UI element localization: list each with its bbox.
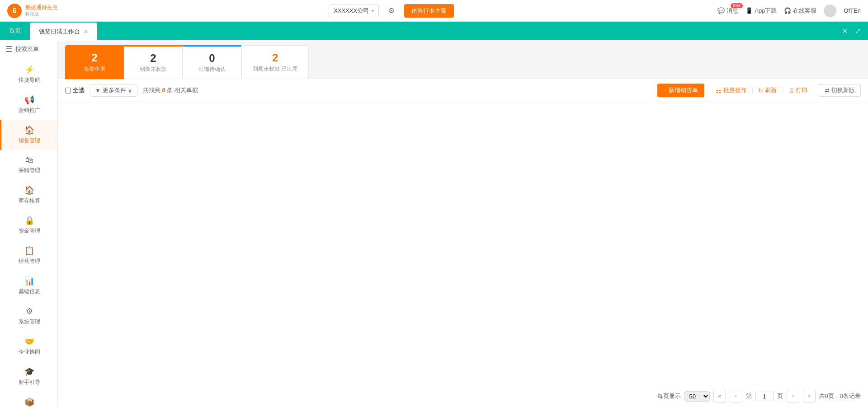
print-btn[interactable]: 🖨 打印	[788, 86, 807, 94]
toolbar: 全选 ▼ 更多条件 ∨ 共找到 0 条 相关单据 + 新增销货单 ⚏ 批量操作	[58, 79, 868, 102]
company-name: XXXXXX公司	[334, 7, 369, 15]
filter-icon: ▼	[95, 87, 101, 94]
refresh-icon: ↻	[758, 87, 763, 94]
tab-close-icon[interactable]: ✕	[84, 28, 88, 35]
sidebar-item-basic-info[interactable]: 📊 基础信息	[0, 271, 57, 301]
logo-area: 6 畅捷通好生意 标准版	[7, 4, 65, 18]
last-page-btn[interactable]: »	[803, 390, 816, 402]
app-center-icon: 📦	[24, 397, 34, 407]
experience-btn[interactable]: 体验行业方案	[404, 4, 454, 18]
sidebar-item-marketing[interactable]: 📢 营销推广	[0, 89, 57, 120]
sidebar-item-sales[interactable]: 🏠 销售管理	[0, 120, 57, 150]
select-all-checkbox[interactable]	[65, 88, 71, 94]
main-layout: ☰ 搜索菜单 ⚡ 快捷导航 📢 营销推广 🏠 销售管理 🛍 采购管理 🏠 库存核…	[0, 40, 868, 407]
page-input[interactable]	[755, 392, 774, 401]
divider-2	[752, 87, 753, 94]
tab-qianhuo-label: 钱货日清工作台	[39, 28, 80, 36]
sidebar-item-purchase-label: 采购管理	[19, 167, 40, 174]
search-menu-icon: ☰	[5, 44, 13, 54]
first-page-btn[interactable]: «	[713, 390, 726, 402]
found-prefix: 共找到	[143, 87, 160, 94]
page-label: 第	[746, 392, 752, 400]
sidebar-item-finance[interactable]: 🔒 资金管理	[0, 210, 57, 240]
sidebar-item-app-center[interactable]: 📦 应用中心	[0, 392, 57, 407]
tab-home-label: 首页	[9, 27, 21, 35]
stat-tab-unshipped[interactable]: 2 到期未收款 已出库	[241, 45, 309, 79]
tab-minimize-btn[interactable]: ✕	[840, 25, 849, 37]
quick-nav-icon: ⚡	[24, 65, 34, 75]
related-label: 相关单据	[175, 87, 198, 94]
sidebar-item-guide[interactable]: 🎓 新手引导	[0, 361, 57, 392]
per-page-label: 每页显示	[657, 392, 681, 400]
stat-num-overdue: 2	[150, 52, 156, 65]
sidebar-item-inventory[interactable]: 🏠 库存核算	[0, 180, 57, 210]
app-download-btn[interactable]: 📱 App下载	[745, 7, 777, 15]
page-suffix: 页	[777, 392, 783, 400]
sidebar-item-system-label: 系统管理	[19, 318, 40, 326]
chevron-down-icon: ▾	[372, 8, 374, 13]
select-all-label: 全选	[73, 86, 85, 94]
stat-num-wangwang: 0	[209, 52, 215, 65]
checkbox-all[interactable]: 全选	[65, 86, 85, 94]
stat-label-unshipped: 到期未收款 已出库	[253, 65, 297, 73]
top-header: 6 畅捷通好生意 标准版 XXXXXX公司 ▾ ⚙ 体验行业方案 💬 消息 99…	[0, 0, 868, 22]
total-info: 共0页，0条记录	[819, 392, 861, 400]
table-area	[58, 102, 868, 385]
sidebar-item-quick-nav[interactable]: ⚡ 快捷导航	[0, 59, 57, 89]
marketing-icon: 📢	[24, 95, 34, 105]
per-page-select[interactable]: 50 100 200	[684, 391, 710, 402]
switch-version-btn[interactable]: ⇄ 切换新版	[819, 84, 861, 97]
found-unit: 条	[167, 87, 173, 94]
online-service-label: 在线客服	[793, 7, 816, 15]
stat-tab-wangwang[interactable]: 0 旺辅待确认	[183, 45, 241, 79]
tab-home[interactable]: 首页	[0, 22, 30, 40]
app-download-icon: 📱	[745, 7, 753, 14]
pagination-bar: 每页显示 50 100 200 « ‹ 第 页 › » 共0页，0条记录	[58, 385, 868, 407]
sidebar-item-sales-label: 销售管理	[19, 137, 40, 145]
header-center: XXXXXX公司 ▾ ⚙ 体验行业方案	[329, 4, 454, 18]
company-selector[interactable]: XXXXXX公司 ▾	[329, 5, 379, 17]
user-avatar[interactable]	[824, 5, 836, 17]
print-label: 打印	[796, 86, 807, 94]
sidebar: ☰ 搜索菜单 ⚡ 快捷导航 📢 营销推广 🏠 销售管理 🛍 采购管理 🏠 库存核…	[0, 40, 58, 407]
sidebar-item-purchase[interactable]: 🛍 采购管理	[0, 150, 57, 180]
message-btn[interactable]: 💬 消息 99+	[717, 7, 738, 15]
purchase-icon: 🛍	[25, 155, 33, 165]
tab-qianhuo[interactable]: 钱货日清工作台 ✕	[30, 23, 97, 41]
sidebar-item-operations[interactable]: 📋 经营管理	[0, 240, 57, 271]
filter-chevron-icon: ∨	[128, 87, 132, 94]
user-name: OfTEn	[844, 7, 861, 14]
stat-tab-all[interactable]: 2 全部单据	[65, 45, 124, 79]
tab-maximize-btn[interactable]: ⤢	[853, 25, 863, 37]
sidebar-item-system[interactable]: ⚙ 系统管理	[0, 301, 57, 331]
sidebar-item-operations-label: 经营管理	[19, 257, 40, 265]
tab-bar-actions: ✕ ⤢	[840, 25, 868, 37]
stat-tab-overdue[interactable]: 2 到期未收款	[124, 45, 183, 79]
stat-num-unshipped: 2	[272, 51, 278, 64]
message-badge: 99+	[731, 3, 743, 8]
filter-btn[interactable]: ▼ 更多条件 ∨	[90, 84, 137, 97]
prev-page-btn[interactable]: ‹	[730, 390, 742, 402]
operations-icon: 📋	[24, 246, 34, 256]
next-page-btn[interactable]: ›	[787, 390, 799, 402]
found-text: 共找到 0 条 相关单据	[143, 86, 198, 94]
app-download-label: App下载	[755, 7, 777, 15]
finance-icon: 🔒	[24, 215, 34, 225]
divider-3	[782, 87, 783, 94]
sidebar-item-search[interactable]: ☰ 搜索菜单	[0, 40, 57, 59]
inventory-icon: 🏠	[24, 185, 34, 195]
sidebar-item-cooperation[interactable]: 🤝 企业协同	[0, 331, 57, 361]
settings-icon-btn[interactable]: ⚙	[384, 4, 399, 18]
stat-num-all: 2	[91, 51, 97, 64]
divider-1	[710, 87, 710, 94]
sidebar-item-basic-info-label: 基础信息	[19, 288, 40, 295]
add-sales-btn[interactable]: + 新增销货单	[657, 84, 704, 97]
stat-label-wangwang: 旺辅待确认	[198, 65, 226, 73]
brand-name: 畅捷通好生意	[25, 4, 58, 11]
online-service-icon: 🎧	[784, 7, 791, 14]
refresh-btn[interactable]: ↻ 刷新	[758, 86, 777, 94]
batch-operation-btn[interactable]: ⚏ 批量操作	[716, 86, 747, 94]
sidebar-item-inventory-label: 库存核算	[19, 197, 40, 205]
online-service-btn[interactable]: 🎧 在线客服	[784, 7, 816, 15]
print-icon: 🖨	[788, 87, 794, 94]
